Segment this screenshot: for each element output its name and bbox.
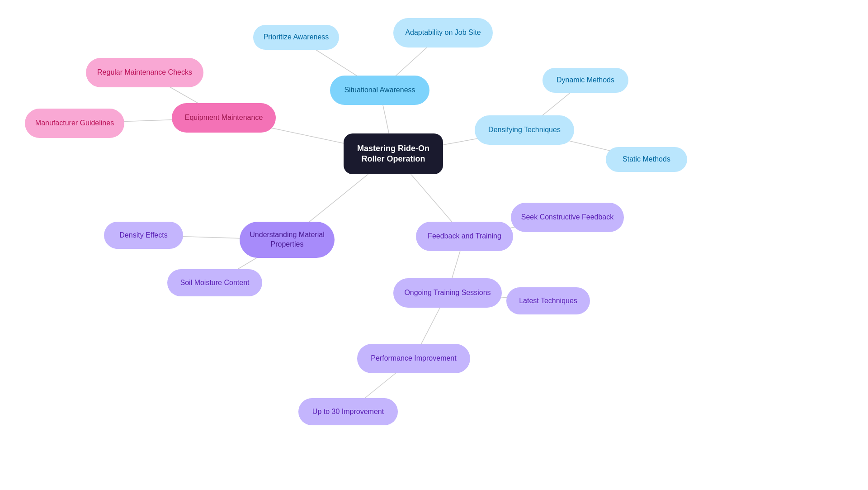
node-seek_feedback: Seek Constructive Feedback [511,203,624,232]
node-performance_improvement: Performance Improvement [357,344,470,373]
node-density_effects: Density Effects [104,222,183,249]
node-ongoing_training: Ongoing Training Sessions [393,278,502,308]
node-latest_techniques: Latest Techniques [506,287,590,314]
node-prioritize_awareness: Prioritize Awareness [253,25,339,50]
node-soil_moisture: Soil Moisture Content [167,269,262,296]
node-feedback_training: Feedback and Training [416,222,513,251]
node-regular_maintenance: Regular Maintenance Checks [86,58,203,87]
node-manufacturer_guidelines: Manufacturer Guidelines [25,109,124,138]
node-up_to_30: Up to 30 Improvement [298,398,398,425]
node-center: Mastering Ride-On Roller Operation [344,133,443,174]
node-adaptability: Adaptability on Job Site [393,18,493,48]
node-situational_awareness: Situational Awareness [330,76,429,105]
node-understanding_material: Understanding Material Properties [240,222,335,258]
node-dynamic_methods: Dynamic Methods [542,68,628,93]
node-equipment_maintenance: Equipment Maintenance [172,103,276,133]
node-static_methods: Static Methods [606,147,687,172]
node-densifying_techniques: Densifying Techniques [475,115,574,145]
mindmap-container: Mastering Ride-On Roller OperationEquipm… [0,0,868,490]
